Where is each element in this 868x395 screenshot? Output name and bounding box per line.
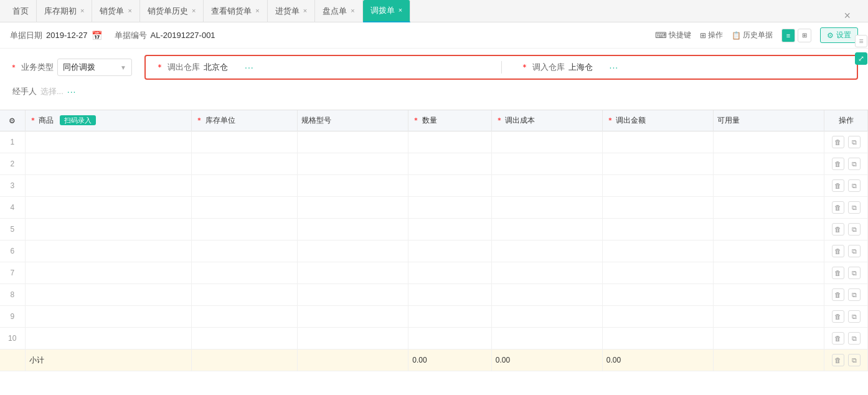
tab-close-sales-order[interactable]: × [128,7,131,14]
tab-inventory-init[interactable]: 库存期初 × [37,0,92,22]
side-tab-list[interactable]: ≡ [855,35,867,47]
person-select[interactable]: 选择... [40,86,64,97]
in-warehouse-more-button[interactable]: ··· [610,62,619,72]
cell-unit-11[interactable] [192,350,298,371]
cell-avail-3[interactable] [713,175,824,197]
th-gear[interactable]: ⚙ [0,110,25,131]
cell-product-9[interactable] [25,306,192,328]
cell-avail-1[interactable] [713,131,824,153]
cell-qty-6[interactable] [408,240,492,262]
delete-icon-6[interactable]: 🗑 [832,245,844,257]
cell-cost-8[interactable] [491,284,602,306]
cell-qty-10[interactable] [408,328,492,350]
grid-view-button[interactable]: ⊞ [798,29,811,42]
cell-avail-6[interactable] [713,240,824,262]
cell-amount-8[interactable] [602,284,713,306]
cell-unit-3[interactable] [192,175,298,197]
cell-avail-4[interactable] [713,197,824,219]
cell-product-7[interactable] [25,262,192,284]
tab-close-view-sales[interactable]: × [255,7,259,14]
cell-unit-5[interactable] [192,219,298,240]
cell-spec-2[interactable] [298,153,408,175]
delete-icon-11[interactable]: 🗑 [832,354,844,366]
cell-qty-1[interactable] [408,131,492,153]
cell-unit-7[interactable] [192,262,298,284]
cell-avail-8[interactable] [713,284,824,306]
tab-transfer-order[interactable]: 调拨单 × [363,0,410,22]
cell-spec-9[interactable] [298,306,408,328]
cell-spec-4[interactable] [298,197,408,219]
person-more-button[interactable]: ··· [67,87,77,97]
cell-cost-9[interactable] [491,306,602,328]
cell-spec-7[interactable] [298,262,408,284]
cell-spec-11[interactable] [298,350,408,371]
cell-cost-4[interactable] [491,197,602,219]
cell-cost-7[interactable] [491,262,602,284]
tab-home[interactable]: 首页 [5,0,37,22]
cell-cost-6[interactable] [491,240,602,262]
cell-qty-8[interactable] [408,284,492,306]
cell-amount-2[interactable] [602,153,713,175]
cell-cost-3[interactable] [491,175,602,197]
cell-product-8[interactable] [25,284,192,306]
cell-cost-2[interactable] [491,153,602,175]
cell-amount-1[interactable] [602,131,713,153]
cell-unit-1[interactable] [192,131,298,153]
delete-icon-10[interactable]: 🗑 [832,332,844,345]
cell-cost-10[interactable] [491,328,602,350]
cell-product-2[interactable] [25,153,192,175]
tab-view-sales[interactable]: 查看销货单 × [204,0,267,22]
cell-spec-10[interactable] [298,328,408,350]
tab-sales-order[interactable]: 销货单 × [92,0,139,22]
tab-close-sales-history[interactable]: × [192,7,196,14]
out-warehouse-more-button[interactable]: ··· [245,62,254,72]
cell-qty-4[interactable] [408,197,492,219]
operations-button[interactable]: ⊞ 操作 [700,30,723,40]
shortcut-button[interactable]: ⌨ 快捷键 [655,30,691,40]
cell-amount-5[interactable] [602,219,713,240]
cell-spec-1[interactable] [298,131,408,153]
tab-purchase-order[interactable]: 进货单 × [268,0,315,22]
cell-cost-1[interactable] [491,131,602,153]
cell-qty-9[interactable] [408,306,492,328]
delete-icon-9[interactable]: 🗑 [832,310,844,323]
tab-close-purchase-order[interactable]: × [303,7,307,14]
cell-product-6[interactable] [25,240,192,262]
cell-amount-10[interactable] [602,328,713,350]
settings-button[interactable]: ⚙ 设置 [820,27,858,43]
list-view-button[interactable]: ≡ [781,29,795,42]
cell-amount-7[interactable] [602,262,713,284]
side-tab-expand[interactable]: ⤢ [855,52,867,65]
cell-spec-6[interactable] [298,240,408,262]
cell-amount-4[interactable] [602,197,713,219]
tab-inventory-check[interactable]: 盘点单 × [315,0,362,22]
calendar-icon[interactable]: 📅 [92,31,102,40]
cell-avail-5[interactable] [713,219,824,240]
delete-icon-7[interactable]: 🗑 [832,267,844,279]
history-button[interactable]: 📋 历史单据 [732,30,773,40]
cell-product-4[interactable] [25,197,192,219]
cell-cost-5[interactable] [491,219,602,240]
tab-close-transfer-order[interactable]: × [399,7,402,14]
cell-amount-3[interactable] [602,175,713,197]
business-type-select[interactable]: 同价调拨 ▼ [57,59,132,76]
delete-icon-5[interactable]: 🗑 [832,223,844,236]
cell-qty-2[interactable] [408,153,492,175]
cell-unit-9[interactable] [192,306,298,328]
cell-qty-3[interactable] [408,175,492,197]
cell-product-5[interactable] [25,219,192,240]
cell-unit-6[interactable] [192,240,298,262]
cell-product-1[interactable] [25,131,192,153]
cell-avail-2[interactable] [713,153,824,175]
cell-spec-5[interactable] [298,219,408,240]
cell-avail-11[interactable] [713,350,824,371]
cell-spec-8[interactable] [298,284,408,306]
cell-avail-7[interactable] [713,262,824,284]
tab-sales-history[interactable]: 销货单历史 × [140,0,204,22]
tab-close-inventory-check[interactable]: × [351,7,354,14]
delete-icon-8[interactable]: 🗑 [832,288,844,301]
cell-unit-8[interactable] [192,284,298,306]
cell-qty-5[interactable] [408,219,492,240]
delete-icon-4[interactable]: 🗑 [832,201,844,214]
cell-unit-10[interactable] [192,328,298,350]
